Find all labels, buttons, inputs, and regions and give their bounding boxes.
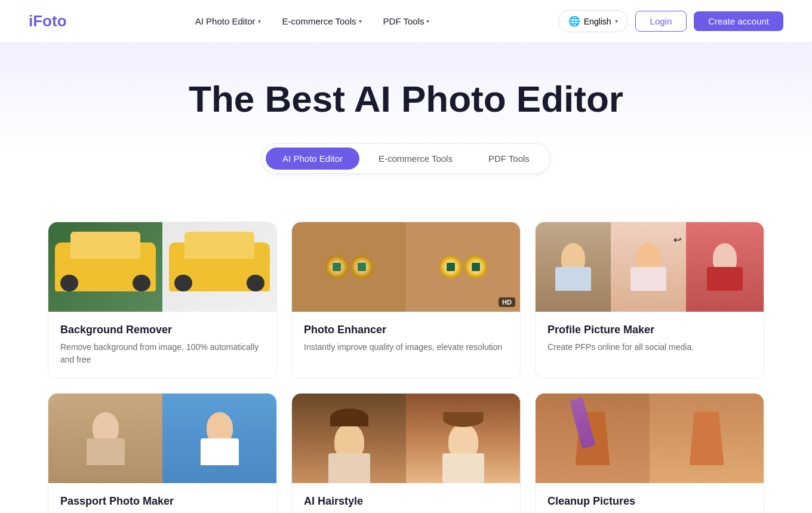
hairstyle-after <box>406 394 520 483</box>
card-image-hairstyle <box>292 394 520 483</box>
card-body-bg-remover: Background Remover Remove background fro… <box>48 312 276 378</box>
card-title-passport: Passport Photo Maker <box>60 495 264 508</box>
chevron-down-icon: ▾ <box>258 18 261 24</box>
nav-ecommerce-tools[interactable]: E-commerce Tools ▾ <box>274 11 370 31</box>
nav-ai-photo-editor-label: AI Photo Editor <box>195 16 256 26</box>
nav-pdf-tools[interactable]: PDF Tools ▾ <box>375 11 438 31</box>
passport-after <box>162 394 276 483</box>
nav-ai-photo-editor[interactable]: AI Photo Editor ▾ <box>187 11 269 31</box>
card-title-bg-remover: Background Remover <box>60 324 264 336</box>
hero-title: The Best AI Photo Editor <box>12 79 800 119</box>
tabs-container: AI Photo Editor E-commerce Tools PDF Too… <box>12 143 800 174</box>
profile-img-1 <box>536 222 611 312</box>
logo[interactable]: iFoto <box>29 12 67 30</box>
header-right: 🌐 English ▾ Login Create account <box>558 10 783 32</box>
card-title-profile: Profile Picture Maker <box>548 324 752 336</box>
chevron-down-icon: ▾ <box>615 18 618 24</box>
cards-grid: Background Remover Remove background fro… <box>48 222 764 513</box>
card-body-profile: Profile Picture Maker Create PFPs online… <box>536 312 764 365</box>
card-body-photo-enhancer: Photo Enhancer Instantly improve quality… <box>292 312 520 365</box>
hairstyle-before <box>292 394 406 483</box>
car-image-before <box>48 222 162 312</box>
card-body-cleanup: Cleanup Pictures Remove unwanted objects… <box>536 483 764 513</box>
globe-icon: 🌐 <box>568 16 580 27</box>
card-cleanup-pictures[interactable]: Cleanup Pictures Remove unwanted objects… <box>535 393 764 513</box>
cleanup-after <box>650 394 764 483</box>
card-image-passport <box>48 394 276 483</box>
header: iFoto AI Photo Editor ▾ E-commerce Tools… <box>0 0 812 43</box>
create-account-button[interactable]: Create account <box>694 11 783 31</box>
login-button[interactable]: Login <box>635 11 687 32</box>
tab-ecommerce-tools[interactable]: E-commerce Tools <box>362 148 469 170</box>
card-desc-photo-enhancer: Instantly improve quality of images, ele… <box>304 341 508 354</box>
cards-section: Background Remover Remove background fro… <box>0 222 812 513</box>
card-image-bg-remover <box>48 222 276 312</box>
card-image-cleanup <box>536 394 764 483</box>
jewelry-before <box>292 222 406 312</box>
card-image-photo-enhancer: HD <box>292 222 520 312</box>
passport-before <box>48 394 162 483</box>
hero-section: The Best AI Photo Editor AI Photo Editor… <box>0 43 812 222</box>
card-passport-photo[interactable]: Passport Photo Maker Make passport photo… <box>48 393 277 513</box>
language-selector[interactable]: 🌐 English ▾ <box>558 10 628 32</box>
language-label: English <box>584 17 611 26</box>
card-desc-profile: Create PFPs online for all social media. <box>548 341 752 354</box>
card-body-hairstyle: AI Hairstyle Try different hairstyles vi… <box>292 483 520 513</box>
profile-img-2: ↩ <box>611 222 686 312</box>
card-body-passport: Passport Photo Maker Make passport photo… <box>48 483 276 513</box>
card-desc-bg-remover: Remove background from image, 100% autom… <box>60 341 264 366</box>
tab-pdf-tools[interactable]: PDF Tools <box>472 148 546 170</box>
card-background-remover[interactable]: Background Remover Remove background fro… <box>48 222 277 379</box>
card-title-cleanup: Cleanup Pictures <box>548 495 752 508</box>
card-title-photo-enhancer: Photo Enhancer <box>304 324 508 336</box>
car-image-after <box>162 222 276 312</box>
nav-ecommerce-label: E-commerce Tools <box>282 16 356 26</box>
main-nav: AI Photo Editor ▾ E-commerce Tools ▾ PDF… <box>187 11 438 31</box>
card-photo-enhancer[interactable]: HD Photo Enhancer Instantly improve qual… <box>291 222 521 379</box>
card-title-hairstyle: AI Hairstyle <box>304 495 508 508</box>
card-image-profile: ↩ <box>536 222 764 312</box>
profile-img-3 <box>686 222 764 312</box>
tab-ai-photo-editor[interactable]: AI Photo Editor <box>266 148 359 170</box>
cleanup-before <box>536 394 650 483</box>
category-tabs: AI Photo Editor E-commerce Tools PDF Too… <box>262 143 550 174</box>
chevron-down-icon: ▾ <box>426 18 429 24</box>
chevron-down-icon: ▾ <box>359 18 362 24</box>
hd-badge: HD <box>499 297 515 307</box>
card-profile-picture[interactable]: ↩ Profile Picture Maker Create PFPs onli… <box>535 222 764 379</box>
card-ai-hairstyle[interactable]: AI Hairstyle Try different hairstyles vi… <box>291 393 521 513</box>
nav-pdf-label: PDF Tools <box>383 16 425 26</box>
